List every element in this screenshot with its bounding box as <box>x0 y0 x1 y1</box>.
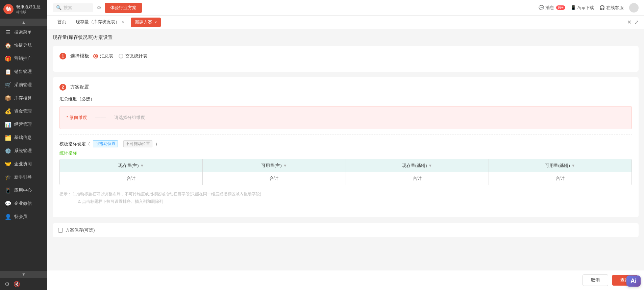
radio-summary[interactable]: 汇总表 <box>93 53 113 59</box>
online-service-btn[interactable]: 🎧 在线客服 <box>599 5 624 11</box>
sidebar-item-label: 库存核算 <box>14 95 32 101</box>
radio-cross[interactable]: 交叉统计表 <box>119 53 147 59</box>
template-radio-group: 汇总表 交叉统计表 <box>93 53 147 59</box>
action-bar: 取消 查询 <box>47 270 644 290</box>
sidebar-item-wechat[interactable]: 💬 企业微信 <box>0 197 47 210</box>
col-header-2-label: 可用量(主) <box>261 163 282 169</box>
cart-icon: 🛒 <box>5 82 11 88</box>
col-header-2[interactable]: 可用量(主) ▼ <box>203 159 346 172</box>
tab-home-label: 首页 <box>57 19 66 25</box>
save-row: 方案保存(可选) <box>53 223 639 237</box>
sidebar-scroll-up[interactable]: ▲ <box>0 19 47 26</box>
sidebar-item-label: 应用中心 <box>14 187 32 193</box>
sidebar-item-search[interactable]: ☰ 搜索菜单 <box>0 26 47 39</box>
download-icon: 📱 <box>571 5 576 10</box>
step1-label: 选择模板 <box>70 53 89 59</box>
col-body-3: 合计 <box>346 172 489 185</box>
sidebar-item-newbie[interactable]: 🎓 新手引导 <box>0 171 47 184</box>
close-panel-icon[interactable]: ✕ <box>627 19 631 25</box>
tabs-bar: 首页 现存量（库存状况表） × 新建方案 × ✕ ⤢ <box>47 16 644 29</box>
metrics-label-close: ） <box>155 141 159 147</box>
sidebar-item-label: 企业协同 <box>14 161 32 167</box>
sidebar-item-label: 采购管理 <box>14 82 32 88</box>
tab-inventory-label: 现存量（库存状况表） <box>76 19 120 25</box>
sidebar-item-purchase[interactable]: 🛒 采购管理 <box>0 78 47 92</box>
fixed-tag: 不可拖动位置 <box>123 140 152 147</box>
cancel-button[interactable]: 取消 <box>583 274 608 286</box>
ai-badge[interactable]: Ai <box>626 275 641 287</box>
industry-solution-button[interactable]: 体验行业方案 <box>105 3 142 13</box>
app-download-label: App下载 <box>577 5 594 11</box>
sidebar-item-label: 营销推广 <box>14 55 32 62</box>
chart-icon: 📊 <box>5 121 11 128</box>
message-icon: 💬 <box>539 5 544 10</box>
dim-required-label: * 纵向维度 <box>67 115 87 121</box>
step1-row: 1 选择模板 汇总表 交叉统计表 <box>59 53 632 59</box>
hint-line-2: 2. 点击标题栏下拉可设置排序、插入列和删除列 <box>78 198 632 206</box>
settings-icon[interactable]: ⚙ <box>5 281 9 287</box>
col-header-3[interactable]: 现存量(基辅) ▼ <box>346 159 489 172</box>
tab-inventory[interactable]: 现存量（库存状况表） × <box>71 16 129 29</box>
page-title: 现存量(库存状况表)方案设置 <box>53 34 639 41</box>
sidebar-item-label: 销售管理 <box>14 69 32 75</box>
tab-new-scheme-label: 新建方案 <box>135 19 152 25</box>
tab-home[interactable]: 首页 <box>53 16 71 29</box>
sidebar-menu: ☰ 搜索菜单 🏠 快捷导航 🎁 营销推广 📋 销售管理 🛒 采购管理 📦 库存核… <box>0 26 47 271</box>
stats-indicator-label: 统计指标 <box>59 150 632 156</box>
logo-icon: 畅 <box>3 4 14 14</box>
online-service-label: 在线客服 <box>606 5 624 11</box>
save-checkbox[interactable] <box>58 228 63 233</box>
expand-panel-icon[interactable]: ⤢ <box>634 19 639 25</box>
search-text: 搜索 <box>64 5 72 11</box>
folder-icon: 🗂️ <box>5 135 11 141</box>
top-bar: 🔍 搜索 ⚙ 体验行业方案 💬 消息 99+ 📱 App下载 🎧 在线客服 <box>47 0 644 16</box>
audio-icon[interactable]: 🔇 <box>14 281 20 287</box>
user-avatar[interactable] <box>629 3 639 13</box>
sidebar-item-marketing[interactable]: 🎁 营销推广 <box>0 52 47 65</box>
sidebar-item-label: 基础信息 <box>14 135 32 141</box>
radio-cross-label: 交叉统计表 <box>125 53 147 59</box>
sidebar-item-contract[interactable]: 🤝 企业协同 <box>0 158 47 171</box>
sidebar-item-business[interactable]: 📊 经营管理 <box>0 118 47 131</box>
tab-new-scheme[interactable]: 新建方案 × <box>131 18 161 27</box>
sidebar-scroll-down[interactable]: ▼ <box>0 271 47 278</box>
metrics-table-body-row: 合计 合计 合计 合计 <box>60 172 631 185</box>
dimension-box[interactable]: * 纵向维度 —— 请选择分组维度 <box>59 106 632 129</box>
sidebar-item-apps[interactable]: 📱 应用中心 <box>0 184 47 197</box>
sidebar-item-basic[interactable]: 🗂️ 基础信息 <box>0 131 47 144</box>
sidebar-item-label: 经营管理 <box>14 121 32 127</box>
col-dropdown-2[interactable]: ▼ <box>283 163 287 168</box>
sidebar-item-system[interactable]: ⚙️ 系统管理 <box>0 144 47 158</box>
sidebar-item-label: 畅会员 <box>14 214 27 220</box>
app-version: 标准版 <box>16 10 41 15</box>
step2-label: 方案配置 <box>70 84 89 90</box>
sidebar-item-member[interactable]: 👤 畅会员 <box>0 210 47 223</box>
col-header-4-label: 可用量(基辅) <box>545 163 570 169</box>
metrics-table-header-row: 现存量(主) ▼ 可用量(主) ▼ 现存量(基辅) ▼ 可用量(基辅) ▼ <box>60 159 631 172</box>
sidebar-item-quicknav[interactable]: 🏠 快捷导航 <box>0 39 47 52</box>
gear-settings-icon[interactable]: ⚙ <box>97 4 101 11</box>
tab-inventory-close[interactable]: × <box>122 20 124 24</box>
headset-icon: 🎧 <box>599 5 605 10</box>
metrics-label-prefix: 模板指标设定（ <box>59 141 90 147</box>
col-dropdown-1[interactable]: ▼ <box>140 163 144 168</box>
tab-new-close[interactable]: × <box>154 20 157 25</box>
sidebar-item-finance[interactable]: 💰 资金管理 <box>0 105 47 118</box>
sidebar-footer: ⚙ 🔇 <box>0 278 47 290</box>
app-download-btn[interactable]: 📱 App下载 <box>571 5 594 11</box>
dim-arrow: —— <box>95 115 106 121</box>
message-btn[interactable]: 💬 消息 99+ <box>539 5 565 11</box>
col-header-1[interactable]: 现存量(主) ▼ <box>60 159 203 172</box>
sidebar-item-sales[interactable]: 📋 销售管理 <box>0 65 47 78</box>
gear-icon: ⚙️ <box>5 148 11 154</box>
col-dropdown-3[interactable]: ▼ <box>428 163 432 168</box>
col-dropdown-4[interactable]: ▼ <box>571 163 575 168</box>
sidebar-item-inventory[interactable]: 📦 库存核算 <box>0 92 47 105</box>
hint-line-1: 提示： 1.拖动标题栏可以调整布局，不可跨维度或指标区域拖动栏目字段(只能在同一… <box>59 191 632 198</box>
dim-placeholder-text: 请选择分组维度 <box>114 115 145 121</box>
handshake-icon: 🤝 <box>5 161 11 167</box>
col-header-4[interactable]: 可用量(基辅) ▼ <box>489 159 631 172</box>
search-box[interactable]: 🔍 搜索 <box>53 3 93 12</box>
search-icon: 🔍 <box>56 5 61 10</box>
hint-box: 提示： 1.拖动标题栏可以调整布局，不可跨维度或指标区域拖动栏目字段(只能在同一… <box>59 191 632 205</box>
